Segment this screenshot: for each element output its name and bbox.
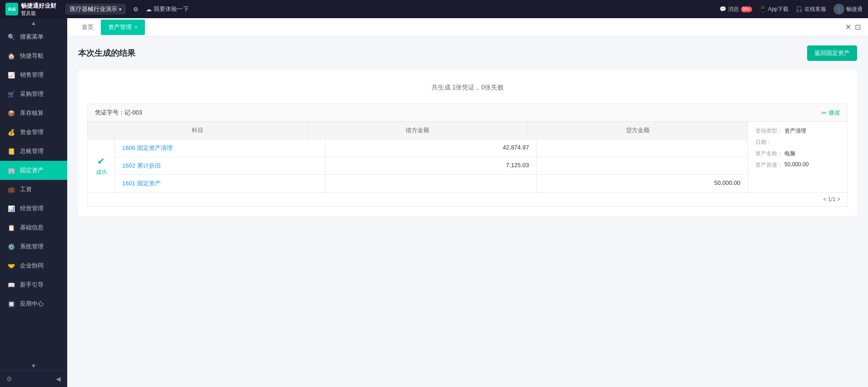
online-service-action[interactable]: 🎧 在线客服: [796, 5, 826, 13]
sidebar-bottom: ⚙ ◀: [0, 370, 67, 387]
side-info-asset-value: 资产原值： 50,000.00: [755, 161, 840, 169]
th-debit: 借方金额: [308, 122, 527, 139]
sidebar-item-purchase[interactable]: 🛒 采购管理: [0, 84, 67, 104]
sidebar-item-funds[interactable]: 💰 资金管理: [0, 123, 67, 142]
success-text: 成功: [96, 169, 107, 176]
tab-home[interactable]: 首页: [74, 20, 101, 35]
sidebar-item-inventory[interactable]: 📦 库存核算: [0, 104, 67, 123]
avatar-icon: 👤: [836, 7, 842, 12]
back-button[interactable]: 返回固定资产: [807, 45, 857, 61]
sidebar-item-payroll[interactable]: 💼 工资: [0, 180, 67, 199]
side-info-date: 日期：: [755, 139, 840, 146]
sidebar-label: 采购管理: [20, 90, 44, 98]
pagination-text[interactable]: < 1/1 >: [823, 196, 840, 203]
logo-icon: AtA: [5, 3, 18, 15]
subject-cell-3[interactable]: 1601 固定资产: [115, 175, 326, 192]
sidebar-item-sales[interactable]: 📈 销售管理: [0, 65, 67, 84]
pagination: < 1/1 >: [88, 192, 848, 206]
change-type-label: 变动类型：: [755, 127, 783, 135]
panel-expand-icon[interactable]: ⊡: [855, 23, 861, 31]
sidebar-items: 🔍 搜索菜单 🏠 快捷导航 📈 销售管理 🛒 采购管理 📦 库存核算 💰: [0, 27, 67, 361]
debit-cell-1: 42,874.97: [326, 139, 536, 157]
sidebar-scroll-up[interactable]: ▲: [0, 18, 67, 27]
online-service-label: 在线客服: [804, 5, 826, 13]
phone-icon: 📱: [759, 6, 766, 12]
subject-cell-1[interactable]: 1606 固定资产清理: [115, 139, 326, 157]
message-action[interactable]: 💬 消息 99+: [719, 5, 752, 13]
logo-area: AtA 畅捷通好业财 普及版: [5, 2, 56, 17]
success-indicator: ✔ 成功: [88, 139, 115, 192]
sidebar-label: 库存核算: [20, 109, 44, 117]
user-area[interactable]: 👤 畅捷通: [833, 4, 863, 15]
sidebar-label: 固定资产: [20, 166, 44, 174]
th-subject: 科目: [88, 122, 308, 139]
asset-value-label: 资产原值：: [755, 161, 783, 169]
edit-button[interactable]: ✏ 修改: [822, 109, 840, 117]
table-row: 1602 累计折旧 7,125.03: [115, 157, 748, 175]
change-type-value: 资产清理: [784, 127, 806, 135]
sidebar-label: 销售管理: [20, 71, 44, 79]
guide-icon: 📖: [7, 281, 15, 289]
subject-cell-2[interactable]: 1602 累计折旧: [115, 157, 326, 174]
sidebar-collapse-icon[interactable]: ◀: [56, 375, 61, 382]
handshake-icon: 🤝: [7, 262, 15, 270]
app-download-action[interactable]: 📱 App下载: [759, 5, 789, 13]
company-selector[interactable]: 医疗器械行业演示 ▾: [65, 4, 126, 15]
table-row: 1606 固定资产清理 42,874.97: [115, 139, 748, 157]
header-right: 💬 消息 99+ 📱 App下载 🎧 在线客服 👤 畅捷通: [719, 4, 863, 15]
sidebar-label: 企业协同: [20, 262, 44, 270]
briefcase-icon: 💼: [7, 185, 15, 194]
side-info-panel: 变动类型： 资产清理 日期： 资产名称： 电脑: [748, 122, 848, 192]
company-name: 医疗器械行业演示: [70, 5, 117, 13]
tab-close-icon[interactable]: ×: [134, 24, 138, 30]
header-left: AtA 畅捷通好业财 普及版 医疗器械行业演示 ▾ ⚙ ☁ 我要体验一下: [5, 2, 189, 17]
table-row: 1601 固定资产 50,000.00: [115, 175, 748, 192]
side-info-change-type: 变动类型： 资产清理: [755, 127, 840, 135]
page-content: 本次生成的结果 返回固定资产 共生成 1张凭证，0张失败 凭证字号：记-003 …: [67, 36, 868, 387]
sidebar-label: 系统管理: [20, 243, 44, 251]
sidebar-settings-icon[interactable]: ⚙: [6, 375, 12, 382]
asset-value-value: 50,000.00: [784, 161, 808, 169]
username: 畅捷通: [846, 5, 863, 13]
credit-cell-1: [537, 139, 748, 157]
sidebar-item-guide[interactable]: 📖 新手引导: [0, 275, 67, 294]
tab-asset-management[interactable]: 资产管理 ×: [101, 20, 145, 35]
debit-cell-2: 7,125.03: [326, 157, 536, 174]
voucher-header: 凭证字号：记-003 ✏ 修改: [88, 104, 848, 122]
top-header: AtA 畅捷通好业财 普及版 医疗器械行业演示 ▾ ⚙ ☁ 我要体验一下 💬 消…: [0, 0, 868, 18]
sidebar: ▲ 🔍 搜索菜单 🏠 快捷导航 📈 销售管理 🛒 采购管理 📦 库存核算: [0, 18, 67, 387]
gear-icon: ⚙️: [7, 243, 15, 251]
experience-button[interactable]: ☁ 我要体验一下: [146, 5, 189, 13]
sidebar-item-app-center[interactable]: 🔲 应用中心: [0, 294, 67, 313]
sidebar-item-cooperation[interactable]: 🤝 企业协同: [0, 256, 67, 275]
sidebar-scroll-down[interactable]: ▼: [0, 361, 67, 370]
settings-icon[interactable]: ⚙: [129, 3, 142, 15]
sidebar-item-basics[interactable]: 📋 基础信息: [0, 218, 67, 237]
sidebar-item-quick-nav[interactable]: 🏠 快捷导航: [0, 46, 67, 65]
data-rows: 1606 固定资产清理 42,874.97 1602 累计折旧 7,125.03: [115, 139, 748, 192]
voucher-section: 凭证字号：记-003 ✏ 修改 科目 借方金额: [87, 104, 848, 207]
message-label: 消息: [728, 5, 739, 13]
result-summary: 共生成 1张凭证，0张失败: [87, 79, 848, 96]
panel-close-icon[interactable]: ✕: [845, 23, 851, 31]
voucher-body: 科目 借方金额 贷方金额 ✔ 成功: [88, 122, 848, 192]
sidebar-item-operations[interactable]: 📊 经营管理: [0, 199, 67, 218]
content-area: 首页 资产管理 × ✕ ⊡ 本次生成的结果 返回固定资产 共生成 1张凭证，: [67, 18, 868, 387]
cart-icon: 🛒: [7, 90, 15, 98]
sidebar-item-system[interactable]: ⚙️ 系统管理: [0, 237, 67, 256]
sidebar-label: 应用中心: [20, 300, 44, 308]
money-icon: 💰: [7, 128, 15, 136]
edition-badge: 普及版: [21, 10, 56, 17]
message-badge: 99+: [741, 6, 752, 12]
table-row-wrapper: ✔ 成功 1606 固定资产清理 42,874.97: [88, 139, 748, 192]
sidebar-item-search[interactable]: 🔍 搜索菜单: [0, 27, 67, 46]
sidebar-item-fixed-assets[interactable]: 🏢 固定资产: [0, 161, 67, 180]
page-title: 本次生成的结果: [78, 48, 135, 59]
tab-home-label: 首页: [82, 23, 94, 31]
sidebar-item-general-ledger[interactable]: 📒 总账管理: [0, 142, 67, 161]
asset-name-value: 电脑: [784, 150, 795, 158]
app-title-group: 畅捷通好业财 普及版: [21, 2, 56, 17]
voucher-number: 凭证字号：记-003: [95, 109, 142, 117]
page-header: 本次生成的结果 返回固定资产: [78, 45, 857, 61]
book-icon: 📒: [7, 147, 15, 155]
